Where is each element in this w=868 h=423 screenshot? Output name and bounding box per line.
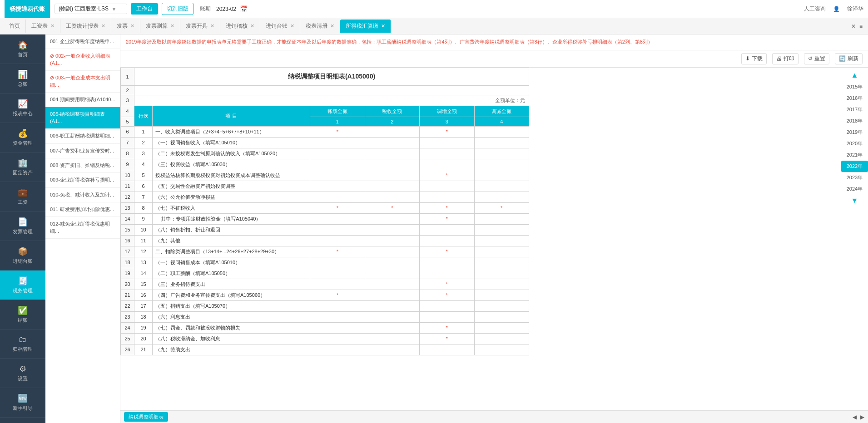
left-item-011[interactable]: 011-研发费用加计扣除优惠...	[45, 202, 120, 217]
year-scroll-down-button[interactable]: ▼	[849, 195, 860, 207]
main-layout: 🏠 首页 📊 总账 📈 报表中心 💰 资金管理 🏢 固定资产 💼 工资 📄 发票…	[0, 34, 868, 423]
table-row: 17 12 二、扣除类调整项目（13+14+...24+26+27+28+29+…	[121, 246, 529, 257]
col-sub-2: 2	[365, 117, 419, 126]
customer-service-link[interactable]: 人工咨询	[804, 5, 826, 13]
tab-invoice[interactable]: 发票 ✕	[111, 20, 140, 33]
tab-close-payroll-report[interactable]: ✕	[101, 23, 105, 29]
print-button[interactable]: 🖨 打印	[772, 53, 799, 64]
download-button[interactable]: ⬇ 下载	[741, 53, 767, 64]
sidebar-label-tax: 税务管理	[13, 287, 33, 294]
warning-text: 2019年度涉及取以前年度继续数据的申报表单元格需要手工核正确，才能保证本年及以…	[126, 39, 653, 44]
spreadsheet-area: 1 纳税调整项目明细表(A105000) 2 3 全额单位：元	[120, 68, 868, 410]
old-version-button[interactable]: 切到旧版	[162, 3, 193, 15]
warning-banner: 2019年度涉及取以前年度继续数据的申报表单元格需要手工核正确，才能保证本年及以…	[120, 34, 868, 50]
left-item-009[interactable]: 009-企业所得税弥补亏损明...	[45, 173, 120, 187]
print-icon: 🖨	[776, 55, 782, 62]
left-item-003[interactable]: ⊘ 003-一般企业成本支出明细...	[45, 71, 120, 93]
tab-close-invoice-calc[interactable]: ✕	[170, 23, 174, 29]
workbench-button[interactable]: 工作台	[131, 3, 158, 15]
tab-taxclear[interactable]: 税表清册 ✕	[300, 20, 340, 33]
spreadsheet-main[interactable]: 1 纳税调整项目明细表(A105000) 2 3 全额单位：元	[120, 68, 841, 410]
reset-button[interactable]: ↺ 重置	[804, 53, 829, 64]
user-name[interactable]: 徐泽华	[847, 5, 863, 13]
row-num-3: 3	[121, 95, 134, 106]
tab-menu-icon[interactable]: ≡	[859, 23, 863, 30]
payroll-icon: 💼	[18, 187, 28, 197]
tab-close-invoice-open[interactable]: ✕	[210, 23, 214, 29]
sidebar-item-reports[interactable]: 📈 报表中心	[0, 93, 45, 123]
tab-close-audit[interactable]: ✕	[250, 23, 254, 29]
left-item-006[interactable]: 006-职工薪酬纳税调整明细...	[45, 129, 120, 143]
sidebar-item-member[interactable]: 👑 畅会员	[0, 418, 45, 423]
table-row: 7 2 （一）视同销售收入（填写A105010）	[121, 137, 529, 148]
calendar-icon[interactable]: 📅	[240, 5, 248, 13]
left-item-007[interactable]: 007-广告费和业务宣传费时...	[45, 144, 120, 158]
tab-payroll[interactable]: 工资表 ✕	[26, 20, 60, 33]
tab-close-income-tax[interactable]: ✕	[381, 23, 385, 29]
col-header-amount4: 调减全额	[474, 106, 529, 117]
content-area: 001-企业所得税年度纳税申... ⊘ 002-一般企业收入明细表(A1... …	[45, 34, 868, 423]
tab-income-tax[interactable]: 所得税汇算缴 ✕	[340, 20, 391, 33]
year-2016[interactable]: 2016年	[841, 93, 868, 104]
tab-home[interactable]: 首页	[4, 20, 26, 33]
sidebar-item-ledger[interactable]: 📊 总账	[0, 64, 45, 93]
sidebar-item-newguide[interactable]: 🆕 新手引导	[0, 388, 45, 418]
year-2023[interactable]: 2023年	[841, 172, 868, 183]
year-2019[interactable]: 2019年	[841, 127, 868, 138]
bottom-strip: 纳税调整明细表 ◀ ▶	[120, 410, 868, 423]
reports-icon: 📈	[18, 99, 28, 109]
sidebar-item-finance[interactable]: 💰 资金管理	[0, 123, 45, 152]
left-item-001[interactable]: 001-企业所得税年度纳税申...	[45, 34, 120, 49]
left-item-012[interactable]: 012-减免企业所得税优惠明细...	[45, 217, 120, 239]
year-2017[interactable]: 2017年	[841, 104, 868, 115]
tab-close-payroll[interactable]: ✕	[50, 23, 55, 29]
tab-invoice-open[interactable]: 发票开具 ✕	[180, 20, 220, 33]
year-2020[interactable]: 2020年	[841, 138, 868, 149]
sidebar-item-invoice-mgmt[interactable]: 📄 发票管理	[0, 212, 45, 241]
bottom-tab-main[interactable]: 纳税调整明细表	[124, 412, 168, 422]
sidebar-item-purchase-sales[interactable]: 📦 进销台账	[0, 241, 45, 271]
table-row: 22 17 （五）捐赠支出（填写A105070）	[121, 300, 529, 311]
left-item-010[interactable]: 010-免税、减计收入及加计...	[45, 188, 120, 202]
refresh-button[interactable]: 🔄 刷新	[835, 53, 863, 64]
year-2024[interactable]: 2024年	[841, 183, 868, 195]
left-item-004[interactable]: 004-期间费用明细表(A1040...	[45, 93, 120, 107]
company-selector[interactable]: (物副) 江西股室-LSS ▼	[55, 4, 127, 14]
left-panel: 001-企业所得税年度纳税申... ⊘ 002-一般企业收入明细表(A1... …	[45, 34, 120, 423]
sidebar-item-settlement[interactable]: ✅ 结账	[0, 300, 45, 330]
year-2022[interactable]: 2022年	[841, 161, 868, 172]
year-2015[interactable]: 2015年	[841, 81, 868, 93]
scroll-left-button[interactable]: ◀	[853, 414, 857, 420]
col-header-amount2: 税收全额	[365, 106, 419, 117]
tab-invoice-calc[interactable]: 发票测算 ✕	[140, 20, 180, 33]
assets-icon: 🏢	[18, 158, 28, 168]
sidebar-item-assets[interactable]: 🏢 固定资产	[0, 152, 45, 182]
bottom-strip-right: ◀ ▶	[853, 414, 864, 420]
refresh-icon: 🔄	[839, 55, 846, 62]
sidebar-item-archive[interactable]: 🗂 归档管理	[0, 330, 45, 359]
sidebar-item-tax[interactable]: 🧾 税务管理	[0, 271, 45, 300]
sidebar-label-invoice: 发票管理	[13, 228, 33, 235]
sidebar-label-settings: 设置	[18, 375, 28, 382]
sidebar-item-settings[interactable]: ⚙ 设置	[0, 359, 45, 388]
tab-ledger[interactable]: 进销台账 ✕	[260, 20, 300, 33]
year-scroll-up-button[interactable]: ▲	[849, 69, 860, 81]
tab-close-taxclear[interactable]: ✕	[330, 23, 334, 29]
table-row: 9 4 （三）投资收益（填写A105030）	[121, 159, 529, 170]
table-row: 13 8 （七）不征税收入 * * * *	[121, 202, 529, 213]
tab-payroll-report[interactable]: 工资统计报表 ✕	[60, 20, 111, 33]
home-icon: 🏠	[18, 40, 28, 50]
tab-close-invoice[interactable]: ✕	[130, 23, 134, 29]
sidebar-item-payroll[interactable]: 💼 工资	[0, 182, 45, 212]
left-item-008[interactable]: 008-资产折旧、摊销及纳税...	[45, 158, 120, 173]
tab-audit[interactable]: 进销稽核 ✕	[220, 20, 260, 33]
left-item-002[interactable]: ⊘ 002-一般企业收入明细表(A1...	[45, 49, 120, 71]
year-2018[interactable]: 2018年	[841, 115, 868, 127]
tab-close-ledger[interactable]: ✕	[290, 23, 294, 29]
year-2021[interactable]: 2021年	[841, 149, 868, 161]
left-item-005[interactable]: 005-纳税调整项目明细表(A1...	[45, 107, 120, 129]
scroll-right-button[interactable]: ▶	[860, 414, 864, 420]
tab-close-all[interactable]: ✕	[851, 23, 856, 30]
sidebar-item-home[interactable]: 🏠 首页	[0, 34, 45, 64]
unit-label: 全额单位：元	[134, 95, 529, 106]
